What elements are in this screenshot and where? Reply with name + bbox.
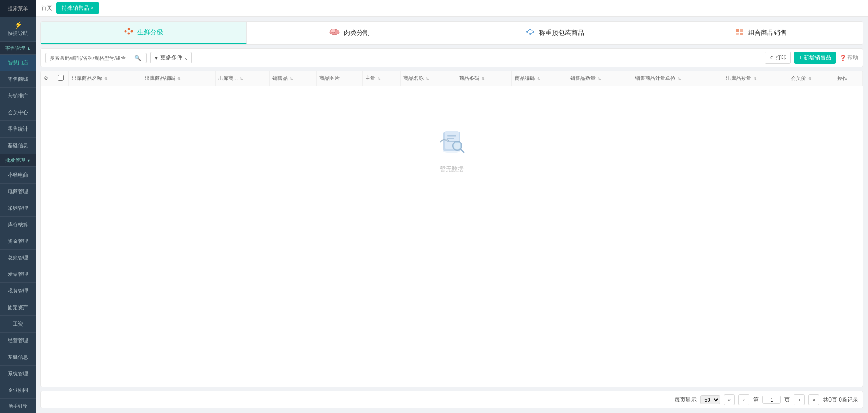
print-button[interactable]: 🖨 打印 [765, 52, 791, 64]
col-goods-name[interactable]: 商品名称 ⇅ [400, 71, 456, 86]
wage-label: 工资 [13, 321, 23, 327]
next-page-button[interactable]: › [794, 394, 805, 405]
col-out-qty[interactable]: 出库品数量 ⇅ [723, 71, 788, 86]
col-out-spec[interactable]: 出库商... ⇅ [216, 71, 270, 86]
col-out-name[interactable]: 出库商品名称 ⇅ [68, 71, 142, 86]
page-input[interactable] [762, 396, 781, 404]
col-out-name-sort-icon[interactable]: ⇅ [104, 77, 108, 81]
sidebar-item-company[interactable]: 企业协同 [0, 382, 36, 399]
fresh-grade-icon [124, 27, 134, 38]
col-goods-barcode[interactable]: 商品条码 ⇅ [456, 71, 511, 86]
sidebar-item-ecom-mgmt[interactable]: 电商管理 [0, 184, 36, 200]
col-sale-unit[interactable]: 销售商品计量单位 ⇅ [632, 71, 723, 86]
col-sale-qty-sort-icon[interactable]: ⇅ [598, 77, 601, 81]
member-center-label: 会员中心 [8, 109, 28, 116]
sidebar-item-quick-nav[interactable]: ⚡ 快捷导航 [0, 17, 36, 42]
col-out-code-sort-icon[interactable]: ⇅ [177, 77, 181, 81]
sidebar-item-retail-mgmt[interactable]: 零售管理 ▲ [0, 42, 36, 55]
col-main-weight-label: 主量 [365, 75, 375, 81]
sidebar-item-finance[interactable]: 资金管理 [0, 233, 36, 250]
col-image[interactable]: 商品图片 [316, 71, 362, 86]
col-goods-barcode-sort-icon[interactable]: ⇅ [482, 77, 485, 81]
empty-text: 暂无数据 [440, 165, 464, 173]
toolbar: 🔍 ▼ 更多条件 ⌄ 🖨 打印 + 新增销售品 ❓ 帮助 [40, 48, 863, 67]
search-box[interactable]: 🔍 [45, 53, 147, 63]
col-member-price-sort-icon[interactable]: ⇅ [808, 77, 811, 81]
tab-meat-cut[interactable]: 肉类分割 [247, 22, 453, 44]
select-all-checkbox[interactable] [58, 75, 64, 81]
main-area: 首页 特殊销售品 × 生鲜分级 [36, 0, 868, 413]
last-page-button[interactable]: » [808, 394, 819, 405]
sidebar-item-wage[interactable]: 工资 [0, 316, 36, 333]
total-label: 共0页 0条记录 [823, 396, 858, 404]
sidebar-item-member-center[interactable]: 会员中心 [0, 104, 36, 121]
prev-page-button[interactable]: ‹ [738, 394, 749, 405]
sidebar-newbie[interactable]: 新手引导 [0, 399, 36, 413]
tab-weigh-pack[interactable]: 称重预包装商品 [452, 22, 658, 44]
svg-line-11 [530, 29, 533, 32]
per-page-select[interactable]: 50 [700, 395, 720, 404]
svg-rect-14 [736, 29, 739, 32]
first-page-button[interactable]: « [724, 394, 735, 405]
tab-fresh-grade[interactable]: 生鲜分级 [41, 22, 247, 44]
filter-button[interactable]: ▼ 更多条件 ⌄ [150, 52, 192, 63]
col-member-price[interactable]: 会员价 ⇅ [788, 71, 834, 86]
search-input[interactable] [50, 55, 132, 61]
svg-line-26 [460, 149, 464, 152]
svg-point-25 [454, 143, 460, 149]
sidebar-item-purchase-mgmt[interactable]: 采购管理 [0, 200, 36, 217]
col-main-weight-sort-icon[interactable]: ⇅ [378, 77, 381, 81]
sidebar: 搜索菜单 ⚡ 快捷导航 零售管理 ▲ 智慧门店 零售商城 营销推广 会员中心 零… [0, 0, 36, 413]
svg-point-3 [131, 30, 133, 33]
sidebar-item-sys-mgmt[interactable]: 系统管理 [0, 366, 36, 382]
topbar-tab-close-icon[interactable]: × [91, 6, 94, 11]
sidebar-item-tax[interactable]: 税务管理 [0, 283, 36, 299]
col-out-code-label: 出库商品编码 [145, 75, 175, 81]
add-button[interactable]: + 新增销售品 [794, 52, 836, 64]
tab-combo-sales[interactable]: 组合商品销售 [658, 22, 863, 44]
col-out-qty-sort-icon[interactable]: ⇅ [754, 77, 757, 81]
search-icon[interactable]: 🔍 [134, 55, 141, 61]
sidebar-item-ops-mgmt[interactable]: 经营管理 [0, 333, 36, 349]
col-sale-item-sort-icon[interactable]: ⇅ [290, 77, 293, 81]
sidebar-item-ledger[interactable]: 总账管理 [0, 250, 36, 266]
sidebar-item-wholesale-mgmt[interactable]: 批发管理 ▼ [0, 154, 36, 167]
wholesale-mgmt-label: 批发管理 [5, 157, 25, 164]
svg-line-12 [527, 32, 530, 34]
sidebar-item-sales-promo[interactable]: 营销推广 [0, 88, 36, 104]
sidebar-item-retail-stats[interactable]: 零售统计 [0, 121, 36, 138]
retail-mgmt-label: 零售管理 [5, 45, 25, 52]
col-goods-code-sort-icon[interactable]: ⇅ [537, 77, 540, 81]
col-check[interactable] [55, 71, 68, 86]
col-sale-qty[interactable]: 销售品数量 ⇅ [567, 71, 632, 86]
retail-stats-label: 零售统计 [8, 126, 28, 132]
empty-state-icon [433, 123, 470, 160]
sidebar-item-invoice[interactable]: 发票管理 [0, 266, 36, 283]
topbar-home[interactable]: 首页 [41, 4, 52, 12]
data-table: ⚙ 出库商品名称 ⇅ 出库商品编码 ⇅ 出库商... ⇅ [41, 71, 863, 210]
sidebar-item-basic-info[interactable]: 基础信息 [0, 138, 36, 154]
fresh-grade-label: 生鲜分级 [137, 29, 163, 37]
sidebar-item-mini-ecom[interactable]: 小畅电商 [0, 167, 36, 184]
sidebar-item-retail-mall[interactable]: 零售商城 [0, 71, 36, 88]
help-button[interactable]: ❓ 帮助 [840, 54, 858, 62]
col-main-weight[interactable]: 主量 ⇅ [363, 71, 401, 86]
col-out-spec-sort-icon[interactable]: ⇅ [240, 77, 243, 81]
col-goods-name-sort-icon[interactable]: ⇅ [426, 77, 429, 81]
sidebar-item-fixed-assets[interactable]: 固定资产 [0, 299, 36, 316]
col-goods-code[interactable]: 商品编码 ⇅ [511, 71, 567, 86]
quick-nav-icon: ⚡ [14, 21, 22, 29]
page-label: 第 [753, 396, 759, 404]
sidebar-item-inventory[interactable]: 库存核算 [0, 217, 36, 233]
col-gear[interactable]: ⚙ [41, 71, 55, 86]
col-out-code[interactable]: 出库商品编码 ⇅ [142, 71, 216, 86]
topbar-tab-special-sales[interactable]: 特殊销售品 × [56, 2, 99, 14]
svg-rect-23 [447, 141, 455, 142]
sidebar-item-basic-info2[interactable]: 基础信息 [0, 349, 36, 366]
col-sale-item[interactable]: 销售品 ⇅ [270, 71, 317, 86]
weigh-pack-label: 称重预包装商品 [539, 29, 584, 37]
col-sale-unit-sort-icon[interactable]: ⇅ [678, 77, 681, 81]
sys-mgmt-label: 系统管理 [8, 370, 28, 377]
sidebar-item-smart-store[interactable]: 智慧门店 [0, 55, 36, 71]
sidebar-logo[interactable]: 搜索菜单 [0, 0, 36, 17]
